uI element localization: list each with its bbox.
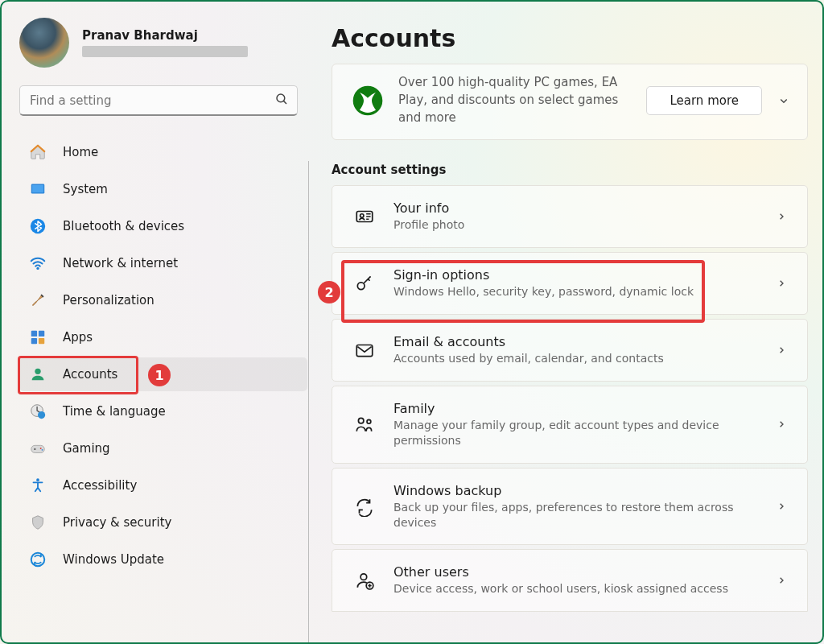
svg-point-16 [42,449,43,451]
setting-email-accounts[interactable]: Email & accounts Accounts used by email,… [332,319,808,382]
shield-icon [29,514,47,531]
sidebar-item-label: Bluetooth & devices [63,219,184,233]
setting-desc: Accounts used by email, calendar, and co… [393,351,757,366]
chevron-right-icon [775,574,788,587]
chevron-right-icon [775,210,788,223]
sidebar-item-time[interactable]: Time & language [19,394,307,428]
svg-point-25 [367,420,371,424]
setting-title: Email & accounts [393,334,757,349]
svg-line-1 [283,101,286,104]
svg-point-0 [277,94,285,102]
setting-desc: Manage your family group, edit account t… [393,418,757,448]
id-card-icon [353,205,376,228]
svg-rect-7 [39,331,44,336]
xbox-icon [352,85,384,117]
sidebar-item-accessibility[interactable]: Accessibility [19,469,307,502]
svg-point-12 [38,411,45,419]
svg-point-10 [35,369,40,374]
svg-point-21 [360,214,364,217]
sidebar-item-apps[interactable]: Apps [19,320,307,354]
sidebar-item-network[interactable]: Network & internet [19,246,307,280]
sidebar-item-system[interactable]: System [19,172,307,206]
sidebar-item-label: Network & internet [63,256,178,270]
sidebar-item-personalization[interactable]: Personalization [19,283,307,317]
setting-family[interactable]: Family Manage your family group, edit ac… [332,386,808,464]
sidebar-divider [308,161,309,642]
sidebar-item-gaming[interactable]: Gaming [19,431,307,465]
chevron-right-icon [775,277,788,290]
svg-rect-8 [31,338,37,344]
svg-point-5 [36,267,39,270]
paintbrush-icon [29,291,47,309]
avatar [19,18,69,68]
account-settings-list: Your info Profile photo Sign-in options … [332,185,808,612]
wifi-icon [29,254,47,272]
sidebar-item-label: Privacy & security [63,515,171,530]
sidebar-item-label: System [63,182,108,196]
svg-rect-9 [39,338,44,344]
profile-name: Pranav Bhardwaj [82,28,248,43]
chevron-right-icon [775,344,788,357]
search-input[interactable] [30,93,274,108]
profile-header[interactable]: Pranav Bhardwaj [19,18,307,68]
key-icon [353,272,376,295]
sidebar-item-label: Home [63,145,98,159]
setting-other-users[interactable]: Other users Device access, work or schoo… [332,549,808,612]
home-icon [29,143,47,161]
svg-rect-13 [31,445,45,452]
person-icon [29,365,47,383]
search-icon [274,92,289,109]
sidebar-item-update[interactable]: Windows Update [19,543,307,576]
system-icon [29,180,47,198]
svg-point-24 [358,419,364,424]
learn-more-button[interactable]: Learn more [646,86,762,115]
svg-rect-6 [31,331,37,336]
setting-desc: Device access, work or school users, kio… [393,581,757,597]
setting-windows-backup[interactable]: Windows backup Back up your files, apps,… [332,468,808,546]
sync-icon [353,495,376,518]
chevron-down-icon[interactable] [777,93,791,108]
search-box[interactable] [19,85,298,116]
profile-email-redacted [82,46,248,57]
setting-title: Windows backup [393,483,757,498]
setting-desc: Profile photo [393,217,757,233]
setting-title: Family [393,401,757,416]
setting-title: Other users [393,564,757,580]
bluetooth-icon [29,217,47,235]
sidebar-item-label: Accessibility [63,478,137,493]
svg-point-15 [40,448,42,449]
setting-title: Your info [393,200,757,216]
setting-title: Sign-in options [393,267,757,283]
accessibility-icon [29,477,47,494]
setting-desc: Windows Hello, security key, password, d… [393,284,757,299]
sidebar-nav: Home System Bluetooth & devices [19,135,307,576]
sidebar-item-label: Gaming [63,441,110,456]
svg-point-22 [357,283,365,290]
setting-sign-in-options[interactable]: Sign-in options Windows Hello, security … [332,252,808,315]
gamepad-icon [29,440,47,457]
svg-point-26 [360,574,367,580]
svg-rect-23 [356,345,373,356]
sidebar-item-label: Personalization [63,293,154,308]
svg-point-17 [36,478,39,481]
callout-badge-1: 1 [148,364,171,386]
sidebar-item-bluetooth[interactable]: Bluetooth & devices [19,209,307,243]
mail-icon [353,339,376,361]
family-icon [353,413,376,436]
svg-rect-3 [32,185,43,192]
sidebar-item-home[interactable]: Home [19,135,307,169]
sidebar-item-label: Accounts [63,367,117,382]
promo-game-pass[interactable]: Over 100 high-quality PC games, EA Play,… [332,64,808,140]
apps-icon [29,328,47,346]
sidebar-item-label: Time & language [63,404,166,419]
svg-point-14 [34,448,35,450]
section-label: Account settings [332,163,808,177]
promo-text: Over 100 high-quality PC games, EA Play,… [398,74,632,126]
update-icon [29,551,47,568]
sidebar-item-label: Apps [63,330,93,345]
setting-desc: Back up your files, apps, preferences to… [393,500,757,530]
sidebar-item-privacy[interactable]: Privacy & security [19,506,307,539]
setting-your-info[interactable]: Your info Profile photo [332,185,808,248]
clock-globe-icon [29,402,47,420]
sidebar-item-label: Windows Update [63,552,164,567]
